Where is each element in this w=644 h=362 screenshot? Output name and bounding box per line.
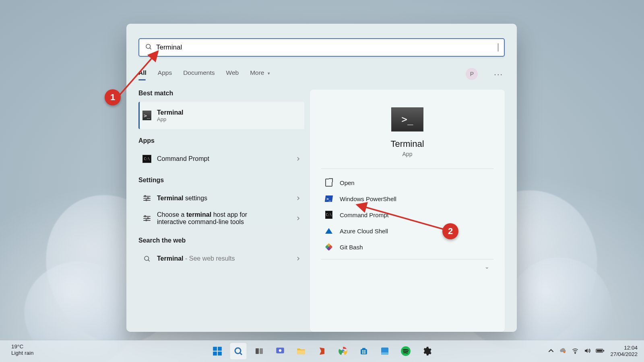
action-label: Windows PowerShell xyxy=(340,195,396,202)
svg-rect-12 xyxy=(256,348,259,354)
taskbar-task-view[interactable] xyxy=(251,343,268,360)
svg-line-3 xyxy=(148,260,149,261)
command-prompt-icon: C:\ xyxy=(142,155,151,163)
chevron-right-icon xyxy=(296,156,300,162)
open-external-icon xyxy=(325,179,332,186)
result-title: Terminal - See web results xyxy=(157,255,235,262)
svg-point-15 xyxy=(279,349,282,352)
settings-sliders-icon xyxy=(143,216,151,221)
svg-line-1 xyxy=(150,48,151,49)
result-title: Command Prompt xyxy=(157,155,209,162)
action-label: Git Bash xyxy=(340,244,363,251)
taskbar-chrome[interactable] xyxy=(334,343,351,360)
svg-line-11 xyxy=(240,353,242,355)
wifi-icon[interactable] xyxy=(572,347,579,356)
results-column: Best match >_ Terminal App Apps C:\ Comm… xyxy=(138,90,304,332)
result-terminal-app[interactable]: >_ Terminal App xyxy=(138,102,304,129)
svg-rect-24 xyxy=(362,352,363,354)
svg-rect-13 xyxy=(260,348,263,354)
settings-sliders-icon xyxy=(143,196,151,201)
action-git-bash[interactable]: Git Bash xyxy=(321,239,493,255)
action-powershell[interactable]: >_ Windows PowerShell xyxy=(321,191,493,207)
weather-temp: 19°C xyxy=(11,343,34,350)
svg-rect-27 xyxy=(381,352,388,355)
weather-condition: Light rain xyxy=(11,350,34,356)
action-label: Azure Cloud Shell xyxy=(340,228,388,234)
taskbar-store[interactable] xyxy=(355,343,372,360)
svg-point-29 xyxy=(564,351,566,353)
text-caret xyxy=(498,43,498,51)
clock-date: 27/04/2022 xyxy=(610,351,638,358)
taskbar-app-blue[interactable] xyxy=(376,343,393,360)
expand-actions[interactable]: ⌄ xyxy=(321,259,493,274)
taskbar-weather[interactable]: 19°C Light rain xyxy=(11,343,34,356)
search-icon xyxy=(145,43,152,52)
chevron-down-icon: ⌄ xyxy=(485,263,489,270)
result-web-search[interactable]: Terminal - See web results xyxy=(138,249,304,268)
action-open[interactable]: Open xyxy=(321,175,493,191)
onedrive-icon[interactable] xyxy=(559,348,567,355)
svg-rect-7 xyxy=(218,347,222,351)
chevron-down-icon: ▾ xyxy=(268,71,270,76)
annotation-badge-2: 2 xyxy=(442,223,458,239)
tab-all[interactable]: All xyxy=(138,69,147,79)
tab-documents[interactable]: Documents xyxy=(183,69,215,79)
svg-rect-6 xyxy=(213,347,217,351)
terminal-icon: >_ xyxy=(142,111,151,120)
azure-icon xyxy=(325,227,332,234)
svg-point-2 xyxy=(144,256,149,261)
terminal-icon: >_ xyxy=(391,107,423,132)
annotation-badge-1: 1 xyxy=(105,89,121,105)
svg-rect-8 xyxy=(213,352,217,356)
search-bar[interactable] xyxy=(138,38,505,57)
taskbar-file-explorer[interactable] xyxy=(293,343,310,360)
start-button[interactable] xyxy=(209,343,226,360)
tab-web[interactable]: Web xyxy=(226,69,239,79)
svg-point-10 xyxy=(235,348,241,354)
result-subtitle: App xyxy=(157,116,184,123)
result-choose-terminal-host[interactable]: Choose a terminal host app for interacti… xyxy=(138,208,304,229)
svg-rect-23 xyxy=(364,350,365,352)
account-avatar[interactable]: P xyxy=(466,68,478,80)
svg-rect-25 xyxy=(364,352,365,354)
start-search-panel: All Apps Documents Web More ▾ P ··· Best… xyxy=(126,24,517,332)
result-terminal-settings[interactable]: Terminal settings xyxy=(138,189,304,208)
tab-apps[interactable]: Apps xyxy=(158,69,172,79)
result-command-prompt[interactable]: C:\ Command Prompt xyxy=(138,149,304,169)
taskbar-office[interactable] xyxy=(314,343,330,360)
volume-icon[interactable] xyxy=(584,347,591,356)
search-tabs: All Apps Documents Web More ▾ P ··· xyxy=(138,68,505,80)
heading-best-match: Best match xyxy=(138,90,304,97)
detail-subtitle: App xyxy=(402,151,413,157)
result-title: Choose a terminal host app for interacti… xyxy=(157,211,278,226)
heading-apps: Apps xyxy=(138,137,304,144)
svg-rect-9 xyxy=(218,352,222,356)
overflow-menu-button[interactable]: ··· xyxy=(492,70,505,79)
svg-rect-22 xyxy=(362,350,363,352)
battery-icon[interactable] xyxy=(596,348,605,355)
powershell-icon: >_ xyxy=(325,195,332,202)
tray-overflow-icon[interactable] xyxy=(548,348,554,355)
tab-more[interactable]: More ▾ xyxy=(250,69,270,79)
heading-search-web: Search the web xyxy=(138,237,304,244)
action-command-prompt[interactable]: C:\ Command Prompt xyxy=(321,207,493,223)
svg-rect-21 xyxy=(362,348,365,350)
action-label: Open xyxy=(340,179,355,186)
chevron-right-icon xyxy=(296,195,300,202)
action-label: Command Prompt xyxy=(340,212,389,218)
taskbar-search-button[interactable] xyxy=(230,343,247,360)
chevron-right-icon xyxy=(296,256,300,262)
taskbar-clock[interactable]: 12:04 27/04/2022 xyxy=(610,345,638,358)
svg-point-0 xyxy=(146,44,151,49)
svg-point-30 xyxy=(575,353,576,354)
chevron-right-icon xyxy=(296,216,300,222)
detail-title: Terminal xyxy=(390,139,424,149)
search-input[interactable] xyxy=(152,43,498,52)
search-icon xyxy=(142,254,151,263)
git-bash-icon xyxy=(325,243,332,251)
action-azure-cloud-shell[interactable]: Azure Cloud Shell xyxy=(321,223,493,239)
taskbar: 19°C Light rain xyxy=(0,340,644,362)
taskbar-settings[interactable] xyxy=(418,343,435,360)
taskbar-spotify[interactable] xyxy=(397,343,414,360)
taskbar-chat[interactable] xyxy=(272,343,289,360)
